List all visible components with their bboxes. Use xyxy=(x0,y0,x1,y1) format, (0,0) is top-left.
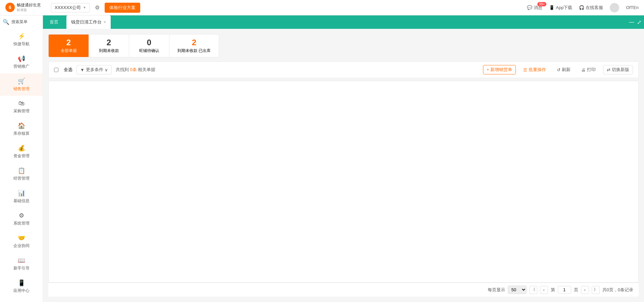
app-logo-icon: 6 xyxy=(5,3,15,12)
logo-area: 6 畅捷通好生意 标准版 xyxy=(5,3,48,12)
tab-collapse-button[interactable]: — xyxy=(629,19,634,25)
sidebar-item-quick-nav[interactable]: ⚡ 快捷导航 xyxy=(0,28,43,51)
company-dropdown-arrow: ▼ xyxy=(83,6,86,9)
guide-icon: 📖 xyxy=(18,257,25,264)
print-button[interactable]: 🖨 打印 xyxy=(578,65,599,74)
prev-page-button[interactable]: ‹ xyxy=(540,286,548,294)
tab-home[interactable]: 首页 xyxy=(43,15,65,29)
page-label: 页 xyxy=(574,287,578,293)
stat-num-overdue: 2 xyxy=(97,38,121,47)
page-size-select[interactable]: 50 10 20 100 xyxy=(508,286,527,294)
print-icon: 🖨 xyxy=(581,67,586,72)
pagination: 每页显示 50 10 20 100 《 ‹ 第 页 › 》 共0页，0条记录 xyxy=(48,283,639,297)
last-page-button[interactable]: 》 xyxy=(592,286,600,294)
cooperation-icon: 🤝 xyxy=(18,234,25,242)
tab-close-button[interactable]: × xyxy=(104,20,106,24)
system-icon: ⚙ xyxy=(19,212,24,219)
tab-expand-button[interactable]: ⤢ xyxy=(637,19,641,25)
switch-version-button[interactable]: ⇄ 切换新版 xyxy=(603,65,633,74)
refresh-label: 刷新 xyxy=(562,67,571,73)
sidebar-label-inventory: 库存核算 xyxy=(13,131,30,136)
settings-button[interactable]: ⚙ xyxy=(93,3,102,12)
toolbar-right: + 新增销货单 ☰ 批量操作 ↺ 刷新 🖨 打印 ⇄ xyxy=(483,65,633,74)
sidebar-item-marketing[interactable]: 📢 营销推广 xyxy=(0,51,43,73)
finance-icon: 💰 xyxy=(18,144,25,152)
search-menu-label: 搜索菜单 xyxy=(11,19,28,25)
sidebar-item-sales[interactable]: 🛒 销售管理 xyxy=(0,73,43,96)
operations-icon: 📋 xyxy=(18,167,25,174)
tab-bar-right: — ⤢ xyxy=(629,19,644,25)
inventory-icon: 🏠 xyxy=(18,122,25,129)
table-area xyxy=(48,81,639,283)
online-service-item[interactable]: 🎧 在线客服 xyxy=(579,5,603,11)
page-number-input[interactable] xyxy=(558,286,571,294)
message-icon: 💬 xyxy=(527,5,532,10)
sales-icon: 🛒 xyxy=(18,77,25,85)
top-header: 6 畅捷通好生意 标准版 XXXXXX公司 ▼ ⚙ 体验行业方案 💬 消息 99… xyxy=(0,0,644,15)
stat-label-all: 全部单据 xyxy=(57,48,80,54)
first-page-button[interactable]: 《 xyxy=(529,286,537,294)
online-service-label: 在线客服 xyxy=(586,5,603,11)
next-page-button[interactable]: › xyxy=(581,286,589,294)
sidebar-label-operations: 经营管理 xyxy=(13,176,30,181)
total-text: 共0页，0条记录 xyxy=(602,287,633,293)
app-center-icon: 📱 xyxy=(18,279,25,287)
message-item[interactable]: 💬 消息 99+ xyxy=(527,5,542,11)
sidebar-item-base-info[interactable]: 📊 基础信息 xyxy=(0,185,43,208)
sidebar-item-inventory[interactable]: 🏠 库存核算 xyxy=(0,118,43,140)
sidebar-label-cooperation: 企业协同 xyxy=(13,243,30,249)
main-layout: 🔍 搜索菜单 ⚡ 快捷导航 📢 营销推广 🛒 销售管理 🛍 采购管理 🏠 库存核… xyxy=(0,15,644,302)
sidebar-item-cooperation[interactable]: 🤝 企业协同 xyxy=(0,230,43,253)
stat-label-overdue-shipped: 到期未收款 已出库 xyxy=(177,48,211,54)
batch-button[interactable]: ☰ 批量操作 xyxy=(520,65,549,74)
tab-label: 钱货日清工作台 xyxy=(71,19,102,25)
sidebar-item-system[interactable]: ⚙ 系统管理 xyxy=(0,208,43,230)
header-right: 💬 消息 99+ 📱 App下载 🎧 在线客服 OfTEn xyxy=(527,3,639,12)
sidebar-label-guide: 新手引导 xyxy=(13,265,30,271)
sidebar-label-system: 系统管理 xyxy=(13,221,30,226)
select-all-checkbox[interactable] xyxy=(54,68,58,72)
filter-label: 更多条件 xyxy=(86,67,103,73)
found-count: 0条 xyxy=(130,67,137,72)
stat-tab-overdue-shipped[interactable]: 2 到期未收款 已出库 xyxy=(169,35,219,57)
tab-bar: 首页 钱货日清工作台 × — ⤢ xyxy=(43,15,644,29)
stat-tab-pending[interactable]: 0 旺辅待确认 xyxy=(129,35,169,57)
logo-text-block: 畅捷通好生意 标准版 xyxy=(17,3,41,12)
batch-label: 批量操作 xyxy=(529,67,546,73)
stats-tabs: 2 全部单据 2 到期未收款 0 旺辅待确认 2 到期未收款 已出库 xyxy=(48,34,219,57)
search-menu[interactable]: 🔍 搜索菜单 xyxy=(0,15,43,28)
page-content: 2 全部单据 2 到期未收款 0 旺辅待确认 2 到期未收款 已出库 xyxy=(43,29,644,302)
filter-arrow: ∨ xyxy=(105,67,108,72)
print-label: 打印 xyxy=(587,67,596,73)
page-size-label: 每页显示 xyxy=(488,287,505,293)
filter-icon: ▼ xyxy=(80,67,85,72)
user-avatar[interactable] xyxy=(610,3,619,12)
sidebar-item-app-center[interactable]: 📱 应用中心 xyxy=(0,275,43,298)
sidebar: 🔍 搜索菜单 ⚡ 快捷导航 📢 营销推广 🛒 销售管理 🛍 采购管理 🏠 库存核… xyxy=(0,15,43,302)
experience-button[interactable]: 体验行业方案 xyxy=(105,3,140,13)
batch-icon: ☰ xyxy=(523,67,527,72)
tab-active[interactable]: 钱货日清工作台 × xyxy=(66,15,111,29)
stat-tab-all[interactable]: 2 全部单据 xyxy=(49,35,89,57)
refresh-button[interactable]: ↺ 刷新 xyxy=(553,65,574,74)
sidebar-label-sales: 销售管理 xyxy=(13,86,30,92)
company-selector[interactable]: XXXXXX公司 ▼ xyxy=(51,3,90,12)
app-download-item[interactable]: 📱 App下载 xyxy=(549,5,572,11)
message-badge: 99+ xyxy=(537,2,546,6)
switch-label: 切换新版 xyxy=(612,67,629,73)
stat-num-pending: 0 xyxy=(137,38,161,47)
filter-button[interactable]: ▼ 更多条件 ∨ xyxy=(76,65,112,74)
sidebar-item-finance[interactable]: 💰 资金管理 xyxy=(0,140,43,163)
sidebar-label-base-info: 基础信息 xyxy=(13,198,30,204)
found-text: 共找到 0条 相关单据 xyxy=(116,67,155,73)
add-sales-button[interactable]: + 新增销货单 xyxy=(483,65,516,74)
refresh-icon: ↺ xyxy=(557,67,560,72)
sidebar-item-guide[interactable]: 📖 新手引导 xyxy=(0,253,43,275)
sidebar-item-enterprise-wechat[interactable]: 💬 企业微信 xyxy=(0,298,43,302)
stat-label-overdue: 到期未收款 xyxy=(97,48,121,54)
stat-tab-overdue[interactable]: 2 到期未收款 xyxy=(89,35,129,57)
sidebar-item-purchase[interactable]: 🛍 采购管理 xyxy=(0,96,43,118)
sidebar-item-operations[interactable]: 📋 经营管理 xyxy=(0,163,43,185)
sidebar-label-finance: 资金管理 xyxy=(13,153,30,159)
stat-num-overdue-shipped: 2 xyxy=(177,38,211,47)
